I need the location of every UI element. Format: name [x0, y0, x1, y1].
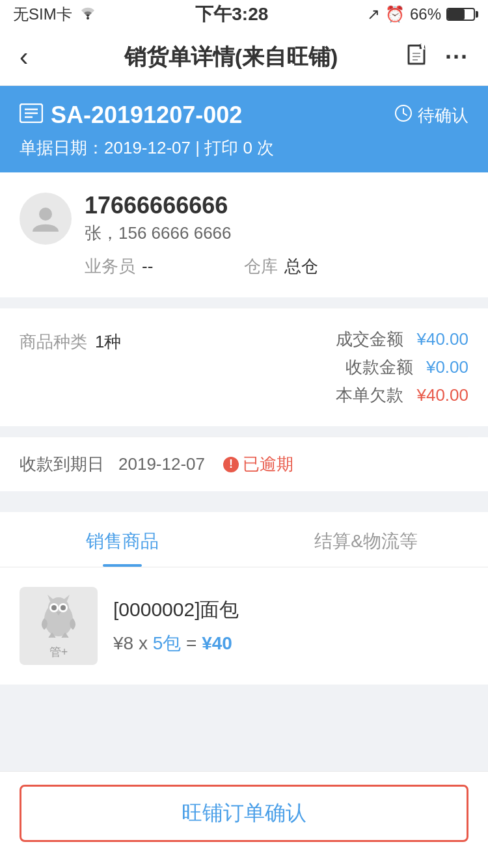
more-icon[interactable]: ···: [445, 44, 468, 71]
product-info: [0000002]面包 ¥8 x 5包 = ¥40: [113, 597, 468, 656]
product-thumbnail: 管+: [20, 587, 98, 665]
product-price: ¥8 x 5包 = ¥40: [113, 631, 468, 656]
product-type-value: 1种: [95, 331, 121, 353]
alarm-icon: ⏰: [385, 5, 405, 23]
tab-settlement-logistics[interactable]: 结算&物流等: [244, 512, 488, 567]
page-title: 销货单详情(来自旺铺): [59, 42, 403, 72]
overdue-badge: ! 已逾期: [223, 453, 293, 476]
bottom-bar: 旺铺订单确认: [0, 771, 488, 868]
avatar: [20, 193, 72, 245]
svg-point-0: [87, 17, 89, 20]
overdue-dot-icon: !: [223, 457, 239, 472]
status-time: 下午3:28: [195, 2, 268, 27]
product-type-label: 商品种类: [20, 331, 87, 353]
product-name: [0000002]面包: [113, 597, 468, 623]
collected-amount: ¥0.00: [426, 357, 468, 377]
sales-rep-value: --: [142, 256, 153, 277]
tabs-container: 销售商品 结算&物流等: [0, 512, 488, 567]
order-icon: [20, 102, 43, 129]
owed-label: 本单欠款: [336, 384, 403, 407]
customer-card: 17666666666 张，156 6666 6666 业务员 -- 仓库 总仓: [0, 172, 488, 297]
customer-phone: 17666666666: [85, 192, 232, 219]
due-date-label: 收款到期日: [20, 453, 104, 476]
summary-card: 商品种类 1种 成交金额 ¥40.00 收款金额 ¥0.00 本单欠款 ¥40.…: [0, 308, 488, 426]
carrier-text: 无SIM卡: [13, 4, 72, 25]
status-right: ↗ ⏰ 66%: [367, 5, 475, 23]
status-left: 无SIM卡: [13, 4, 97, 25]
clock-icon: [394, 104, 413, 127]
battery-icon: [446, 8, 475, 21]
collected-label: 收款金额: [346, 356, 413, 379]
product-list: 管+ [0000002]面包 ¥8 x 5包 = ¥40: [0, 567, 488, 685]
customer-sub: 张，156 6666 6666: [85, 222, 232, 245]
due-date-card: 收款到期日 2019-12-07 ! 已逾期: [0, 437, 488, 491]
order-status: 待确认: [394, 104, 468, 127]
transaction-amount: ¥40.00: [416, 329, 468, 349]
warehouse-value: 总仓: [284, 255, 318, 278]
overdue-text: 已逾期: [243, 453, 293, 476]
svg-point-5: [39, 208, 52, 221]
nav-actions: ···: [403, 43, 468, 72]
confirm-order-button[interactable]: 旺铺订单确认: [20, 785, 468, 842]
svg-point-11: [61, 605, 66, 610]
transaction-label: 成交金额: [336, 328, 403, 351]
back-button[interactable]: ‹: [20, 42, 59, 72]
share-icon[interactable]: [406, 43, 429, 72]
due-date-value: 2019-12-07: [118, 454, 205, 474]
order-id: SA-20191207-002: [20, 102, 242, 129]
nav-bar: ‹ 销货单详情(来自旺铺) ···: [0, 29, 488, 86]
tab-sales-products[interactable]: 销售商品: [0, 512, 244, 567]
order-header: SA-20191207-002 待确认 单据日期：2019-12-07 | 打印…: [0, 86, 488, 172]
product-total: ¥40: [202, 633, 232, 653]
sales-rep-label: 业务员: [85, 255, 135, 278]
customer-meta: 业务员 -- 仓库 总仓: [20, 255, 468, 278]
status-bar: 无SIM卡 下午3:28 ↗ ⏰ 66%: [0, 0, 488, 29]
order-date: 单据日期：2019-12-07 | 打印 0 次: [20, 137, 468, 159]
wifi-icon: [79, 5, 97, 23]
product-item: 管+ [0000002]面包 ¥8 x 5包 = ¥40: [0, 567, 488, 685]
battery-percent: 66%: [410, 5, 441, 23]
section-gap: [0, 502, 488, 512]
location-icon: ↗: [367, 5, 380, 23]
svg-point-10: [51, 605, 57, 610]
product-qty: 5包: [153, 633, 182, 653]
warehouse-label: 仓库: [244, 255, 278, 278]
owed-amount: ¥40.00: [416, 385, 468, 405]
